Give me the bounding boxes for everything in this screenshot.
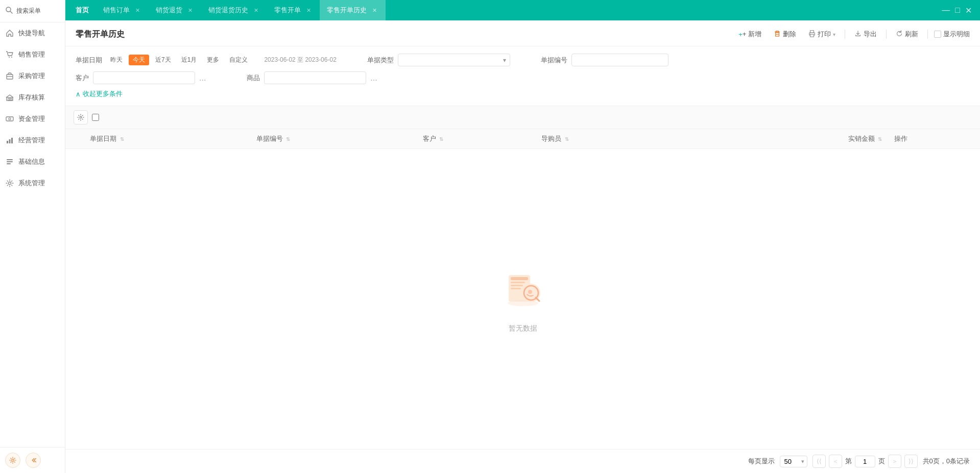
tab-retail-open[interactable]: 零售开单 ✕ [267,0,320,20]
tab-retail-open-history-close[interactable]: ✕ [371,6,378,15]
display-detail-checkbox[interactable] [934,31,941,38]
display-detail-toggle[interactable]: 显示明细 [934,30,970,39]
table-toolbar [65,106,980,129]
order-no-label: 单据编号 [541,56,567,65]
svg-point-2 [9,57,10,58]
sidebar-item-basic-info[interactable]: 基础信息 [0,151,65,172]
svg-rect-11 [7,141,8,143]
col-date-label: 单据日期 [90,135,116,142]
date-filter-label: 单据日期 [76,56,102,65]
date-opt-custom[interactable]: 自定义 [225,55,252,65]
sidebar-footer [0,447,65,473]
filter-area: 单据日期 昨天 今天 近7天 近1月 更多 自定义 2023-06-02 至 2… [65,46,980,106]
prev-page-btn[interactable]: ＜ [829,455,842,468]
page-input[interactable] [855,456,875,467]
maximize-btn[interactable]: □ [955,6,960,15]
sidebar-item-inventory[interactable]: 库存核算 [0,87,65,108]
refresh-button[interactable]: 刷新 [893,28,921,41]
export-button[interactable]: 导出 [851,28,880,41]
delete-button[interactable]: 删除 [771,28,799,41]
sidebar-item-quick-nav[interactable]: 快捷导航 [0,22,65,44]
select-all-checkbox[interactable] [92,114,99,121]
window-controls: — □ ✕ [937,6,977,15]
svg-rect-29 [511,282,525,283]
tab-sales-return-label: 销货退货 [156,6,182,15]
order-type-filter: 单据类型 [367,54,510,66]
tab-sales-return-history-close[interactable]: ✕ [252,6,260,15]
svg-rect-30 [511,285,523,286]
sidebar-item-system[interactable]: 系统管理 [0,172,65,194]
col-date-sort[interactable]: ⇅ [120,136,124,142]
col-customer-sort[interactable]: ⇅ [439,136,443,142]
date-opt-last7[interactable]: 近7天 [151,55,175,65]
print-dropdown-icon: ▾ [833,32,835,37]
col-customer[interactable]: 客户 ⇅ [417,129,535,149]
sidebar-item-ops[interactable]: 经营管理 [0,130,65,151]
customer-input[interactable] [93,71,195,84]
per-page-label: 每页显示 [748,457,775,466]
svg-rect-16 [7,163,11,164]
col-date[interactable]: 单据日期 ⇅ [84,129,250,149]
close-btn[interactable]: ✕ [965,6,972,15]
first-page-btn[interactable]: ⟨⟨ [812,455,826,468]
tab-retail-open-history-label: 零售开单历史 [327,6,367,15]
next-page-btn[interactable]: ＞ [888,455,901,468]
svg-rect-13 [11,138,13,143]
sidebar-item-sales-mgmt[interactable]: 销售管理 [0,44,65,65]
customer-more-btn[interactable]: ... [199,73,206,83]
last-page-btn[interactable]: ⟩⟩ [904,455,918,468]
col-salesperson[interactable]: 导购员 ⇅ [535,129,678,149]
product-filter: 商品 ... [247,71,377,84]
date-filter: 单据日期 昨天 今天 近7天 近1月 更多 自定义 [76,55,252,65]
col-no[interactable]: 单据编号 ⇅ [250,129,417,149]
col-amount[interactable]: 实销金额 ⇅ [722,129,888,149]
collapse-filter-btn[interactable]: ∧ 收起更多条件 [76,89,970,98]
order-type-select-wrap [398,54,510,66]
print-label: 打印 [818,30,831,39]
settings-footer-btn[interactable] [5,453,20,468]
tab-retail-open-history[interactable]: 零售开单历史 ✕ [320,0,386,20]
col-amount-sort[interactable]: ⇅ [878,136,882,142]
tab-home-label: 首页 [76,6,89,15]
col-amount-label: 实销金额 [848,135,875,142]
tab-sales-return[interactable]: 销货退货 ✕ [149,0,201,20]
tab-sales-return-history[interactable]: 销货退货历史 ✕ [201,0,267,20]
order-type-select[interactable] [398,54,510,66]
col-customer-label: 客户 [423,135,436,142]
col-check [65,129,84,149]
column-settings-btn[interactable] [74,110,88,125]
product-input[interactable] [264,71,366,84]
date-opt-last1month[interactable]: 近1月 [177,55,201,65]
date-opt-yesterday[interactable]: 昨天 [106,55,127,65]
date-opt-today[interactable]: 今天 [129,55,149,65]
sidebar-item-purchase-mgmt[interactable]: 采购管理 [0,65,65,87]
tab-sales-order[interactable]: 销售订单 ✕ [96,0,149,20]
money-icon [5,114,14,123]
print-icon [808,30,816,39]
tab-retail-open-close[interactable]: ✕ [305,6,313,15]
customer-filter: 客户 ... [76,71,206,84]
collapse-icon: ∧ [76,90,81,98]
date-opt-more[interactable]: 更多 [203,55,223,65]
product-label: 商品 [247,73,260,83]
tab-sales-return-close[interactable]: ✕ [186,6,194,15]
collapse-sidebar-btn[interactable] [26,453,41,468]
toolbar-divider-2 [886,30,887,39]
sidebar-search[interactable]: 搜索采单 [0,0,65,22]
sidebar-item-finance[interactable]: 资金管理 [0,108,65,130]
svg-point-18 [12,459,14,461]
per-page-select[interactable]: 50 20 100 200 [780,456,807,467]
col-no-sort[interactable]: ⇅ [286,136,290,142]
product-more-btn[interactable]: ... [370,73,377,83]
col-salesperson-sort[interactable]: ⇅ [565,136,569,142]
minimize-btn[interactable]: — [942,6,950,15]
tab-sales-order-close[interactable]: ✕ [134,6,141,15]
sidebar-nav: 快捷导航 销售管理 采购管理 [0,22,65,447]
sidebar-item-label: 资金管理 [18,114,45,123]
print-button[interactable]: 打印 ▾ [805,28,839,41]
page-label: 第 [845,457,852,466]
tab-home[interactable]: 首页 [68,0,96,20]
toolbar: + + 新增 删除 [735,28,970,41]
order-no-input[interactable] [571,54,668,66]
add-button[interactable]: + + 新增 [735,28,764,41]
